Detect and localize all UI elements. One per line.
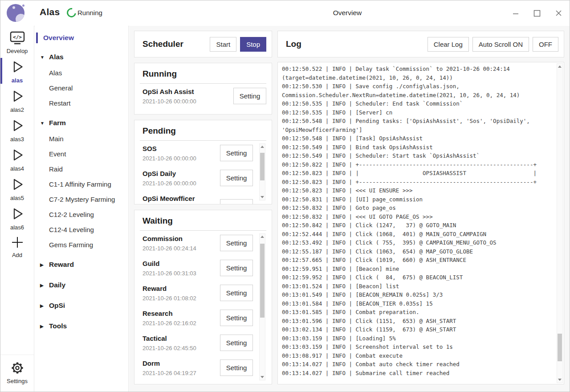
task-next-run-time: 2021-10-26 00:00:00 — [142, 155, 220, 162]
log-line: 00:12:50.832 | INFO | Goto page_os — [282, 204, 552, 212]
nav-item-main[interactable]: Main — [35, 131, 128, 146]
scrollbar-track[interactable] — [260, 150, 265, 194]
log-line: 00:12:50.823 | INFO | | OPSIASHASSIST | — [282, 169, 552, 178]
nav-item-c7-2-mystery-farming[interactable]: C7-2 Mystery Farming — [35, 192, 128, 207]
scroll-up-button[interactable] — [260, 234, 265, 240]
task-next-run-time: 2021-10-26 00:00:00 — [142, 180, 220, 187]
task-row: SOS2021-10-26 00:00:00Setting — [142, 141, 253, 166]
nav-group-tools[interactable]: ▶Tools — [35, 318, 128, 334]
triangle-up-icon — [261, 146, 264, 148]
nav-item-c12-4-leveling[interactable]: C12-4 Leveling — [35, 222, 128, 237]
scroll-up-button[interactable] — [557, 64, 562, 69]
nav-group-label: Tools — [49, 322, 67, 330]
minimize-button[interactable] — [509, 7, 522, 20]
rail-item-add[interactable]: Add — [0, 233, 34, 261]
task-name: Reward — [142, 284, 220, 293]
scroll-down-button[interactable] — [557, 377, 562, 383]
nav-item-gems-farming[interactable]: Gems Farming — [35, 237, 128, 252]
scrollbar-thumb[interactable] — [558, 334, 562, 361]
maximize-button[interactable] — [530, 7, 544, 20]
log-header-card: Log Clear Log Auto Scroll ON OFF — [277, 31, 564, 57]
nav-group-opsi[interactable]: ▶OpSi — [35, 298, 128, 314]
rail-item-alas5[interactable]: alas5 — [0, 175, 34, 204]
nav-group-alas[interactable]: ▼Alas — [35, 49, 128, 65]
task-row: Reward2021-10-26 01:08:02Setting — [142, 281, 253, 306]
nav-item-alas[interactable]: Alas — [35, 65, 128, 80]
nav-group-label: Daily — [49, 281, 65, 289]
scrollbar-track[interactable] — [557, 69, 562, 377]
rail-item-alas6[interactable]: alas6 — [0, 204, 34, 233]
stop-button[interactable]: Stop — [240, 37, 266, 52]
rail-item-develop[interactable]: </>Develop — [0, 29, 34, 57]
task-row: Shop2021-10-26 04:19:27Setting — [142, 380, 253, 384]
task-setting-button[interactable]: Setting — [220, 199, 253, 204]
log-line: 00:13:02.134 | INFO | Click (1159, 673) … — [282, 325, 552, 334]
log-line: 00:12:50.535 | INFO | [Server] cn — [282, 108, 552, 117]
waiting-scrollbar[interactable] — [259, 233, 265, 380]
pending-scrollbar[interactable] — [259, 143, 265, 200]
log-scrollbar[interactable] — [557, 63, 563, 383]
nav-item-raid[interactable]: Raid — [35, 161, 128, 176]
rail-item-alas3[interactable]: alas3 — [0, 116, 34, 145]
log-line: 00:12:55.187 | INFO | Click (1063, 654) … — [282, 247, 552, 256]
task-setting-button[interactable]: Setting — [220, 145, 253, 161]
task-next-run-time: 2021-10-26 02:45:50 — [142, 345, 220, 351]
start-button[interactable]: Start — [210, 37, 236, 52]
log-line: 00:12:50.549 | INFO | Bind task OpsiAshA… — [282, 143, 552, 152]
task-row: Tactical2021-10-26 02:45:50Setting — [142, 331, 253, 355]
rail-item-label: Add — [12, 252, 22, 258]
scrollbar-thumb[interactable] — [260, 244, 265, 318]
nav-item-general[interactable]: General — [35, 80, 128, 95]
scheduler-card: Scheduler Start Stop — [134, 31, 272, 57]
task-setting-button[interactable]: Setting — [220, 170, 253, 186]
nav-item-restart[interactable]: Restart — [35, 95, 128, 110]
task-name: OpSi Ash Assist — [142, 87, 233, 96]
rail-item-label: alas6 — [10, 224, 24, 231]
nav-item-c12-2-leveling[interactable]: C12-2 Leveling — [35, 207, 128, 222]
task-setting-button[interactable]: Setting — [220, 335, 253, 351]
log-line: 00:12:50.549 | INFO | Scheduler: Start t… — [282, 151, 552, 160]
task-setting-button[interactable]: Setting — [233, 88, 266, 104]
scroll-down-button[interactable] — [260, 194, 265, 200]
rail-item-alas[interactable]: alas — [0, 57, 34, 86]
auto-scroll-off-button[interactable]: OFF — [533, 37, 558, 52]
task-setting-button[interactable]: Setting — [220, 359, 253, 376]
nav-group-reward[interactable]: ▶Reward — [35, 257, 128, 273]
nav-group-farm[interactable]: ▼Farm — [35, 115, 128, 131]
scrollbar-track[interactable] — [260, 240, 265, 374]
task-setting-button[interactable]: Setting — [220, 260, 253, 276]
log-column: Log Clear Log Auto Scroll ON OFF 00:12:5… — [277, 31, 564, 384]
play-icon — [10, 206, 25, 223]
rail-item-alas2[interactable]: alas2 — [0, 86, 34, 116]
log-line: 00:12:50.832 | INFO | <<< UI GOTO PAGE_O… — [282, 212, 552, 221]
develop-icon: </> — [9, 31, 25, 47]
scroll-up-button[interactable] — [260, 144, 265, 150]
rail-item-settings[interactable]: Settings — [0, 359, 34, 387]
log-line: 00:12:50.530 | INFO | Save config ./conf… — [282, 82, 552, 99]
clear-log-button[interactable]: Clear Log — [428, 37, 469, 52]
nav-item-c1-1-affinity-farming[interactable]: C1-1 Affinity Farming — [35, 176, 128, 192]
nav-item-event[interactable]: Event — [35, 146, 128, 161]
scrollbar-thumb[interactable] — [260, 153, 265, 180]
app-logo-icon — [7, 4, 24, 22]
log-line: 00:13:01.584 | INFO | [BEACON_TIER 0.035… — [282, 299, 552, 308]
task-next-run-time: 2021-10-26 04:19:27 — [142, 370, 220, 376]
svg-text:</>: </> — [13, 34, 22, 40]
scheduler-title: Scheduler — [142, 39, 206, 49]
close-button[interactable] — [552, 7, 565, 20]
chevron-right-icon: ▶ — [40, 303, 45, 308]
log-title: Log — [286, 39, 424, 49]
chevron-right-icon: ▶ — [40, 324, 45, 329]
task-setting-button[interactable]: Setting — [220, 285, 253, 301]
auto-scroll-on-button[interactable]: Auto Scroll ON — [472, 37, 529, 52]
log-line: 00:12:50.842 | INFO | Click (1247, 37) @… — [282, 221, 552, 230]
nav-item-overview-selected[interactable]: Overview — [35, 31, 128, 45]
task-setting-button[interactable]: Setting — [220, 235, 253, 251]
rail-item-alas4[interactable]: alas4 — [0, 145, 34, 175]
nav-group-daily[interactable]: ▶Daily — [35, 277, 128, 293]
scroll-down-button[interactable] — [260, 374, 265, 380]
running-spinner-icon — [65, 6, 78, 19]
log-line: 00:13:14.027 | INFO | Submarine call tim… — [282, 369, 552, 378]
log-line: 00:13:01.596 | INFO | Click (1151, 653) … — [282, 317, 552, 326]
task-setting-button[interactable]: Setting — [220, 310, 253, 326]
